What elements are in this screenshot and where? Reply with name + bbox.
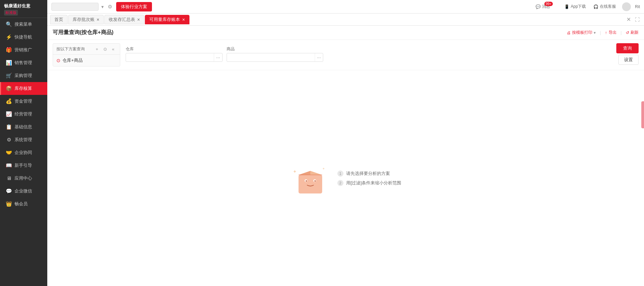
newbie-icon: 📖 — [6, 162, 12, 168]
scheme-panel-title: 按以下方案查询 — [56, 46, 85, 52]
sidebar-item-label: 销售管理 — [15, 60, 32, 66]
sidebar-item-newbie[interactable]: 📖 新手引导 — [0, 159, 47, 172]
query-button[interactable]: 查询 — [616, 43, 639, 53]
sidebar-item-sales[interactable]: 📊 销售管理 — [0, 56, 47, 69]
svg-text:✦: ✦ — [319, 189, 321, 192]
sidebar-item-label: 经营管理 — [15, 111, 32, 117]
headset-icon: 🎧 — [593, 4, 598, 9]
export-icon: ↑ — [605, 30, 607, 35]
settings-button[interactable]: 设置 — [618, 55, 639, 65]
topbar-gear-icon[interactable]: ⚙ — [108, 4, 112, 10]
tab-close-icon[interactable]: × — [137, 17, 140, 22]
sidebar: 畅康通好生意 标准版 🔍 搜索菜单 ⚡ 快捷导航 🎁 营销推广 📊 销售管理 🛒… — [0, 0, 47, 286]
quicknav-icon: ⚡ — [6, 34, 12, 40]
topbar-dropdown-icon[interactable]: ▾ — [101, 4, 104, 9]
sidebar-item-member[interactable]: 👑 畅会员 — [0, 198, 47, 210]
add-icon: + — [96, 47, 98, 52]
tab-summary[interactable]: 收发存汇总表 × — [104, 15, 144, 24]
sidebar-item-label: 畅会员 — [15, 201, 28, 207]
topbar-online-service[interactable]: 🎧 在线客服 — [593, 4, 616, 9]
sidebar-item-purchase[interactable]: 🛒 采购管理 — [0, 69, 47, 82]
trial-button[interactable]: 体验行业方案 — [116, 2, 152, 11]
app-version: 标准版 — [4, 10, 18, 16]
export-action[interactable]: ↑ 导出 — [605, 30, 617, 35]
sidebar-item-marketing[interactable]: 🎁 营销推广 — [0, 44, 47, 56]
tab-home-label: 首页 — [54, 17, 63, 23]
refresh-action[interactable]: ↺ 刷新 — [626, 30, 639, 35]
scroll-hint[interactable] — [641, 101, 644, 128]
sidebar-item-label: 系统管理 — [15, 137, 32, 143]
warehouse-filter-label: 仓库 — [126, 46, 223, 52]
scheme-item-warehouse-goods[interactable]: ⊙ 仓库+商品 — [53, 55, 120, 66]
sidebar-item-enterprise[interactable]: 🤝 企业协同 — [0, 146, 47, 159]
operations-icon: 📈 — [6, 111, 12, 117]
sidebar-item-inventory[interactable]: 📦 库存核算 — [0, 82, 47, 95]
topbar: ▾ ⚙ 体验行业方案 💬 消息 99+ 📱 App下载 🎧 在线客服 Rit — [47, 0, 644, 14]
user-avatar[interactable] — [622, 2, 631, 11]
topbar-messages[interactable]: 💬 消息 99+ — [536, 4, 550, 9]
tab-expand-button[interactable]: ⛶ — [633, 16, 641, 24]
warehouse-filter-dots[interactable]: ··· — [214, 53, 222, 61]
goods-input[interactable] — [227, 53, 315, 61]
print-label: 按模板打印 — [572, 30, 592, 35]
svg-marker-1 — [299, 171, 310, 175]
sidebar-item-operations[interactable]: 📈 经营管理 — [0, 108, 47, 121]
app-download-icon: 📱 — [564, 4, 569, 9]
topbar-app-download[interactable]: 📱 App下载 — [564, 4, 586, 9]
scheme-collapse-button[interactable]: « — [110, 46, 117, 52]
wechat-icon: 💬 — [6, 188, 12, 194]
inventory-icon: 📦 — [6, 85, 12, 92]
tab-summary-label: 收发存汇总表 — [109, 17, 135, 23]
sidebar-item-system[interactable]: ⚙ 系统管理 — [0, 133, 47, 146]
purchase-icon: 🛒 — [6, 73, 12, 79]
step-2-label: 用[过滤]条件来缩小分析范围 — [346, 180, 401, 186]
scheme-add-button[interactable]: + — [94, 46, 100, 52]
refresh-icon: ↺ — [626, 30, 629, 35]
sidebar-item-label: 资金管理 — [15, 98, 32, 104]
page-header: 可用量查询(按仓库+商品) 🖨 按模板打印 ▾ | ↑ 导出 | ↺ 刷新 — [47, 26, 644, 40]
filter-area: 仓库 ··· 商品 ··· 查询 — [126, 43, 639, 67]
tab-close-icon[interactable]: × — [97, 17, 99, 22]
sidebar-item-finance[interactable]: 💰 资金管理 — [0, 95, 47, 108]
scheme-panel-header-actions: + ⊙ « — [94, 46, 117, 52]
empty-state-step-2: 2 用[过滤]条件来缩小分析范围 — [337, 180, 401, 186]
sidebar-item-appcenter[interactable]: 🖥 应用中心 — [0, 172, 47, 185]
sidebar-item-label: 营销推广 — [15, 47, 32, 53]
empty-state-text: 1 请先选择要分析的方案 2 用[过滤]条件来缩小分析范围 — [337, 171, 401, 186]
svg-point-7 — [314, 180, 316, 182]
tab-batch-ledger[interactable]: 库存批次账 × — [68, 15, 104, 24]
sidebar-item-basicinfo[interactable]: 📋 基础信息 — [0, 121, 47, 133]
sidebar-logo: 畅康通好生意 标准版 — [0, 0, 47, 18]
sidebar-item-quicknav[interactable]: ⚡ 快捷导航 — [0, 31, 47, 44]
chevron-down-icon[interactable]: ▾ — [594, 30, 596, 35]
print-icon: 🖨 — [567, 30, 571, 35]
tab-close-all-button[interactable]: ✕ — [624, 16, 633, 24]
sidebar-item-search[interactable]: 🔍 搜索菜单 — [0, 18, 47, 31]
online-service-label: 在线客服 — [600, 4, 616, 9]
tab-available-qty[interactable]: 可用量库存账本 × — [145, 15, 189, 24]
filter-row-1: 仓库 ··· 商品 ··· 查询 — [126, 43, 639, 65]
main-content: ▾ ⚙ 体验行业方案 💬 消息 99+ 📱 App下载 🎧 在线客服 Rit 首… — [47, 0, 644, 286]
appcenter-icon: 🖥 — [6, 175, 12, 181]
goods-filter-label: 商品 — [227, 46, 324, 52]
tab-home[interactable]: 首页 — [50, 15, 68, 24]
goods-input-wrap: ··· — [227, 53, 324, 62]
sales-icon: 📊 — [6, 60, 12, 66]
warehouse-input[interactable] — [126, 53, 214, 61]
message-icon: 💬 — [536, 4, 541, 9]
step-1-num: 1 — [337, 171, 343, 177]
topbar-search-input[interactable] — [51, 3, 99, 11]
svg-marker-2 — [310, 171, 322, 175]
scheme-settings-button[interactable]: ⊙ — [102, 46, 108, 52]
print-action[interactable]: 🖨 按模板打印 ▾ — [567, 30, 596, 35]
tab-batch-ledger-label: 库存批次账 — [73, 17, 95, 23]
sidebar-item-wechat[interactable]: 💬 企业微信 — [0, 185, 47, 198]
svg-point-6 — [306, 180, 307, 182]
tab-close-icon[interactable]: × — [182, 17, 185, 22]
system-icon: ⚙ — [6, 137, 12, 143]
goods-filter-dots[interactable]: ··· — [315, 53, 323, 61]
refresh-label: 刷新 — [630, 30, 639, 35]
warehouse-filter-field: 仓库 ··· — [126, 46, 223, 62]
page-header-actions: 🖨 按模板打印 ▾ | ↑ 导出 | ↺ 刷新 — [567, 30, 639, 35]
basicinfo-icon: 📋 — [6, 124, 12, 130]
